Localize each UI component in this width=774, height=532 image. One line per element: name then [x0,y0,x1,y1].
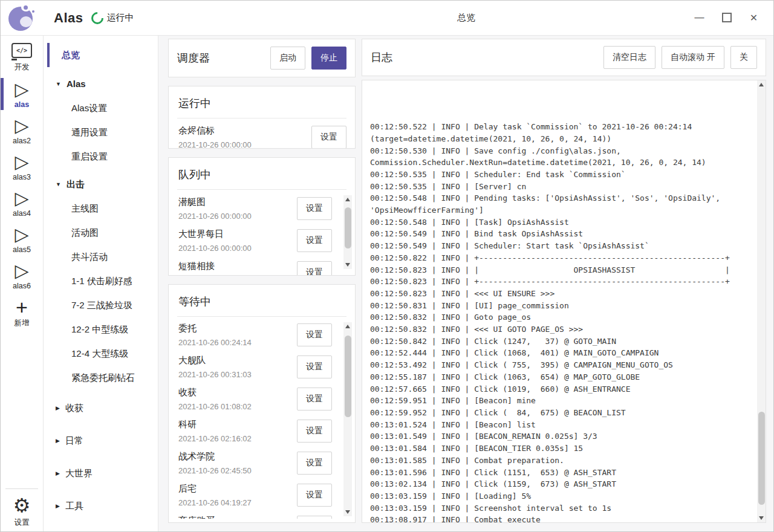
log-line: 00:12:59.951 | INFO | [Beacon] mine [370,395,752,407]
task-row: 余烬信标 2021-10-26 00:00:00 设置 [177,121,346,149]
scrollbar-thumb[interactable] [345,207,351,248]
scroll-up-icon[interactable] [345,325,350,328]
task-time: 2021-10-26 00:24:14 [178,338,297,347]
sidebar-item-settings[interactable]: ⚙ 设置 [1,495,43,528]
sidebar-item-alas3[interactable]: ▷ alas3 [1,153,43,181]
task-name: 科研 [178,419,297,430]
status-text: 运行中 [106,12,134,24]
log-line: 00:12:50.535 | INFO | [Server] cn [370,181,752,193]
task-settings-button[interactable]: 设置 [297,229,332,252]
menu-item[interactable]: Alas [44,72,158,96]
scroll-down-icon[interactable] [759,516,764,520]
log-line: 00:12:59.952 | INFO | Click ( 84, 675) @… [370,407,752,419]
clear-log-button[interactable]: 清空日志 [603,46,655,69]
waiting-scrollbar[interactable] [343,322,352,516]
task-settings-button[interactable]: 设置 [297,355,332,378]
task-row: 委托 2021-10-26 00:24:14 设置 [177,319,346,351]
menu-item[interactable]: 7-2 三战捡垃圾 [44,293,158,317]
log-line: 00:13:01.596 | INFO | Click (1151, 653) … [370,467,752,479]
menu-item[interactable]: 工具 [44,494,158,521]
sidebar-item-alas5[interactable]: ▷ alas5 [1,225,43,254]
close-button[interactable]: ✕ [740,1,767,34]
sidebar-item-dev[interactable]: </> 开发 [1,43,43,73]
log-line: 00:12:50.822 | INFO | +-----------------… [370,252,752,264]
sidebar-item-alas[interactable]: ▷ alas [1,80,43,109]
menu-item[interactable]: 总览 [47,43,158,67]
log-panel-header: 日志 清空日志 自动滚动 开 关 [362,39,766,76]
main-content: 调度器 启动 停止 运行中 余烬信标 2021-10-26 00 [158,36,773,532]
pending-scrollbar[interactable] [343,195,352,269]
menu-item[interactable]: 活动图 [44,221,158,245]
menu-item[interactable]: 紧急委托刷钻石 [44,366,158,390]
scroll-up-icon[interactable] [759,83,764,86]
maximize-button[interactable] [713,1,740,34]
scrollbar-thumb[interactable] [758,412,765,505]
scrollbar-thumb[interactable] [345,336,351,417]
task-settings-button[interactable]: 设置 [297,261,332,276]
dev-monitor-icon: </> [11,43,32,60]
log-line: 00:12:50.549 | INFO | Bind task OpsiAshA… [370,228,752,240]
autoscroll-off-button[interactable]: 关 [730,46,757,69]
task-name: 大世界每日 [178,229,297,240]
menu-item[interactable]: 重启设置 [44,144,158,169]
task-time: 2021-10-26 02:16:02 [178,434,297,443]
menu-item[interactable]: 12-4 大型练级 [44,342,158,366]
task-name: 大舰队 [178,355,297,366]
scheduler-stop-button[interactable]: 停止 [311,47,346,70]
log-line: 00:12:57.665 | INFO | Click (1019, 660) … [370,383,752,395]
task-settings-button[interactable]: 设置 [297,420,332,443]
task-row: 潜艇图 2021-10-26 00:00:00 设置 [177,192,346,224]
menu-item[interactable]: 出击 [44,172,158,196]
task-settings-button[interactable]: 设置 [297,197,332,220]
menu-item[interactable]: 12-2 中型练级 [44,317,158,342]
task-settings-button[interactable]: 设置 [297,452,332,475]
log-line: 00:12:50.831 | INFO | [UI] page_commissi… [370,300,752,312]
task-name: 潜艇图 [178,196,297,208]
gear-icon: ⚙ [13,495,31,516]
sidebar-item-label: 设置 [15,517,30,528]
menu-item[interactable]: 1-1 伏击刷好感 [44,269,158,293]
log-line: 00:12:50.823 | INFO | +-----------------… [370,276,752,288]
scroll-up-icon[interactable] [345,198,350,201]
sidebar-item-add[interactable]: + 新增 [1,298,43,328]
log-line: Commission.Scheduler.NextRun=datetime.da… [370,157,752,169]
scroll-down-icon[interactable] [345,263,350,267]
play-icon: ▷ [15,262,28,280]
task-name: 委托 [178,323,297,334]
task-settings-button[interactable]: 设置 [297,516,332,519]
task-settings-button[interactable]: 设置 [297,323,332,346]
menu-item[interactable]: 共斗活动 [44,245,158,269]
menu-item[interactable]: 主线图 [44,196,158,221]
play-icon: ▷ [15,153,28,171]
task-name: 商店购买 [178,515,297,519]
sidebar-item-alas4[interactable]: ▷ alas4 [1,189,43,218]
sidebar-item-alas6[interactable]: ▷ alas6 [1,262,43,290]
task-name: 短猫相接 [178,261,297,272]
minimize-button[interactable]: — [686,1,713,34]
scroll-down-icon[interactable] [345,510,350,514]
task-time: 2021-10-26 00:00:00 [178,140,311,149]
page-title: 总览 [159,12,773,24]
task-settings-button[interactable]: 设置 [311,126,346,149]
task-time: 2021-10-26 00:00:00 [178,244,297,253]
scheduler-start-button[interactable]: 启动 [270,47,305,70]
log-scrollbar[interactable] [757,80,766,522]
sidebar-item-alas2[interactable]: ▷ alas2 [1,117,43,145]
menu-item[interactable]: 大世界 [44,461,158,488]
log-line: 00:12:53.492 | INFO | Click ( 755, 395) … [370,359,752,371]
menu-item[interactable]: 收获 [44,396,158,423]
task-settings-button[interactable]: 设置 [297,484,332,507]
log-line: (target=datetime.datetime(2021, 10, 26, … [370,133,752,145]
waiting-panel: 等待中 委托 2021-10-26 00:24:14 设置 [168,284,356,523]
maximize-icon [722,13,732,22]
sidebar-item-label: alas5 [13,245,31,254]
menu-item[interactable]: 日常 [44,429,158,455]
sidebar-item-label: alas4 [13,209,31,218]
log-line: 00:13:03.159 | INFO | [Loading] 5% [370,490,752,502]
autoscroll-toggle-button[interactable]: 自动滚动 开 [662,46,724,69]
menu-item[interactable]: 通用设置 [44,120,158,144]
task-name: 收获 [178,387,297,398]
task-time: 2021-10-26 02:45:50 [178,466,297,475]
menu-item[interactable]: Alas设置 [44,96,158,120]
task-settings-button[interactable]: 设置 [297,388,332,410]
